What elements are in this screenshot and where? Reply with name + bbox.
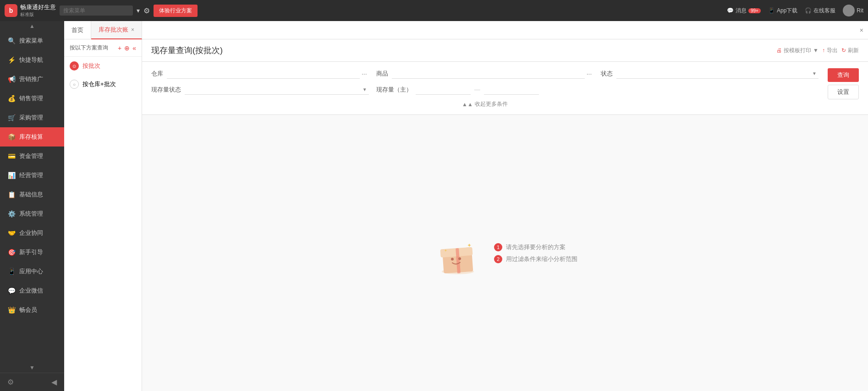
sidebar-label-system: 系统管理 [19,210,43,218]
status-select[interactable] [616,68,819,78]
collapse-btn[interactable]: ▲▲ 收起更多条件 [462,100,508,108]
sidebar-item-inventory[interactable]: 📦 库存核算 [0,127,64,147]
sidebar-label-marketing: 营销推广 [19,75,43,83]
sidebar-item-operations[interactable]: 📊 经营管理 [0,166,64,185]
empty-state: ✦ ✦ 1 请先选择要分析的方案 2 用过滤条件来缩小分析范围 [142,115,868,391]
basic-info-icon: 📋 [7,190,16,199]
member-icon: 👑 [7,306,16,314]
tab-home[interactable]: 首页 [64,21,91,39]
settings-btn[interactable]: 设置 [828,85,859,99]
sidebar-item-enterprise-wechat[interactable]: 💬 企业微信 [0,281,64,300]
print-btn[interactable]: 🖨 按模板打印 ▼ [776,47,819,54]
sidebar-scroll-up[interactable]: ▲ [0,21,64,31]
topbar-gear-btn[interactable]: ⚙ [143,6,150,15]
product-label: 商品 [376,70,388,78]
user-profile-btn[interactable]: Rit [843,5,863,16]
sidebar-label-app-center: 应用中心 [19,267,43,276]
collapse-btn-area: ▲▲ 收起更多条件 [151,100,819,108]
logo-text: 畅康通好生意 标准版 [20,3,56,18]
messages-badge: 99+ [748,8,761,13]
status-label: 状态 [601,70,613,78]
warehouse-more-btn[interactable]: ··· [360,70,369,77]
scheme-header-label: 按以下方案查询 [70,44,108,52]
page-header-actions: 🖨 按模板打印 ▼ ↑ 导出 ↻ 刷新 [776,47,859,54]
svg-text:✦: ✦ [444,249,447,253]
empty-svg: ✦ ✦ [435,233,481,278]
sidebar-item-marketing[interactable]: 📢 营销推广 [0,70,64,89]
product-more-btn[interactable]: ··· [585,70,594,77]
app-download-btn[interactable]: 📱 App下载 [768,7,797,15]
sidebar-collapse-btn[interactable]: ◀ [51,378,57,386]
messages-label: 消息 [736,7,747,15]
sidebar-item-search-menu[interactable]: 🔍 搜索菜单 [0,31,64,50]
filter-field-stock-status: 现存量状态 ▼ [151,84,369,95]
filter-field-warehouse: 仓库 ··· [151,68,369,79]
scheme-header-actions: + ⊕ « [118,44,136,52]
messages-btn[interactable]: 💬 消息 99+ [727,7,761,15]
refresh-icon: ↻ [841,47,846,54]
sales-icon: 💰 [7,94,16,103]
status-dropdown-icon: ▼ [812,71,817,76]
scheme-settings-btn[interactable]: ⊕ [124,44,130,52]
empty-tip-2: 2 用过滤条件来缩小分析范围 [494,255,577,263]
filter-main: 仓库 ··· 商品 ··· [151,68,819,108]
refresh-btn[interactable]: ↻ 刷新 [841,47,859,54]
app-download-label: App下载 [777,7,797,15]
empty-tip-1: 1 请先选择要分析的方案 [494,243,577,251]
online-service-btn[interactable]: 🎧 在线客服 [805,7,835,15]
sidebar-item-finance[interactable]: 💳 资金管理 [0,147,64,166]
export-btn[interactable]: ↑ 导出 [822,47,838,54]
sidebar-item-purchase[interactable]: 🛒 采购管理 [0,108,64,127]
refresh-label: 刷新 [848,47,859,54]
print-label: 按模板打印 [784,47,811,54]
sidebar-label-basic-info: 基础信息 [19,190,43,199]
tab-inventory-batch[interactable]: 库存批次账 × [91,21,142,39]
scheme-item-by-batch[interactable]: ⊙ 按批次 [64,57,142,75]
scheme-item-by-warehouse-batch[interactable]: ○ 按仓库+批次 [64,75,142,93]
print-icon: 🖨 [776,47,782,54]
tab-bar: 首页 库存批次账 × × [64,21,868,39]
stock-status-dropdown-icon: ▼ [363,87,367,92]
export-icon: ↑ [822,47,825,54]
stock-status-select[interactable] [185,84,369,94]
filter-row-1: 仓库 ··· 商品 ··· [151,68,819,79]
sidebar-label-member: 畅会员 [19,306,37,314]
stock-main-from-input[interactable] [416,84,471,95]
product-input[interactable] [392,68,585,79]
page-header: 现存量查询(按批次) 🖨 按模板打印 ▼ ↑ 导出 ↻ [142,39,868,62]
scheme-collapse-btn[interactable]: « [132,44,136,52]
tab-close-btn[interactable]: × [131,27,134,33]
app-download-icon: 📱 [768,7,775,14]
logo-area: b 畅康通好生意 标准版 [5,3,56,18]
stock-main-to-input[interactable] [484,84,539,95]
empty-tips: 1 请先选择要分析的方案 2 用过滤条件来缩小分析范围 [494,243,577,263]
search-input[interactable] [60,5,133,16]
sidebar-item-basic-info[interactable]: 📋 基础信息 [0,185,64,204]
sidebar-item-quick-nav[interactable]: ⚡ 快捷导航 [0,50,64,70]
quick-nav-icon: ⚡ [7,56,16,64]
sidebar-item-member[interactable]: 👑 畅会员 [0,300,64,320]
sidebar-item-sales[interactable]: 💰 销售管理 [0,89,64,108]
marketing-icon: 📢 [7,75,16,83]
scheme-active-icon: ⊙ [70,61,79,71]
sidebar-scroll-down[interactable]: ▼ [0,363,64,373]
query-btn[interactable]: 查询 [828,68,859,82]
tip-text-1: 请先选择要分析的方案 [506,243,566,251]
sidebar-settings-btn[interactable]: ⚙ [7,378,14,386]
search-icon: 🔍 [7,37,16,45]
tab-bar-close-btn[interactable]: × [860,27,863,34]
sidebar-item-app-center[interactable]: 📱 应用中心 [0,262,64,281]
scheme-panel: 按以下方案查询 + ⊕ « ⊙ 按批次 ○ 按仓库+批次 [64,39,142,391]
scheme-add-btn[interactable]: + [118,44,121,52]
status-select-wrapper: ▼ [616,68,819,79]
scheme-header: 按以下方案查询 + ⊕ « [64,39,142,57]
experience-btn[interactable]: 体验行业方案 [154,5,198,17]
sidebar-item-system[interactable]: ⚙️ 系统管理 [0,204,64,223]
sidebar-item-enterprise[interactable]: 🤝 企业协同 [0,223,64,243]
topbar-right: 💬 消息 99+ 📱 App下载 🎧 在线客服 Rit [727,5,863,16]
sidebar-item-new-guide[interactable]: 🎯 新手引导 [0,243,64,262]
search-dropdown-btn[interactable]: ▾ [137,7,140,14]
empty-illustration: ✦ ✦ [433,228,483,278]
tab-home-label: 首页 [71,26,83,34]
warehouse-input[interactable] [167,68,360,79]
